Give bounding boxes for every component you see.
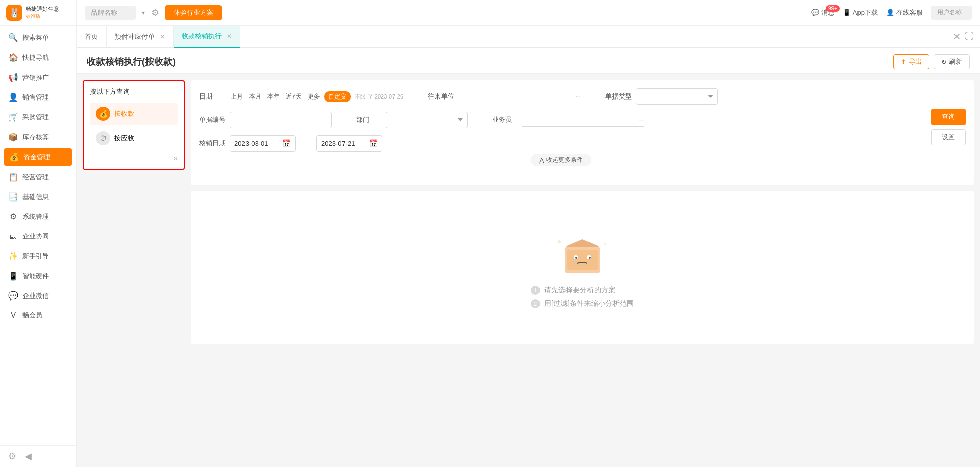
query-form-card: 日期 上月 本月 本年 近7天 更多 自定义 不限 至 2023-07-26: [191, 80, 974, 185]
search-icon: 🔍: [8, 33, 18, 42]
writeoff-date-start-wrap: 📅: [230, 135, 296, 152]
export-button[interactable]: ⬆ 导出: [893, 54, 929, 69]
sidebar-item-operation-label: 经营管理: [22, 173, 49, 182]
empty-tip-2-text: 用[过滤]条件来缩小分析范围: [544, 299, 634, 308]
empty-illustration: [552, 227, 613, 278]
query-button[interactable]: 查询: [931, 109, 966, 125]
date-separator: —: [303, 140, 309, 148]
writeoff-date-start-calendar-icon[interactable]: 📅: [282, 139, 291, 148]
collapse-conditions-button[interactable]: ⋀ 收起更多条件: [531, 154, 591, 166]
shortcut-last-month[interactable]: 上月: [229, 91, 245, 102]
salesman-input[interactable]: [522, 113, 639, 126]
logo-text: 畅捷通好生意: [26, 5, 59, 12]
tab-home[interactable]: 首页: [77, 26, 107, 48]
sidebar-item-member[interactable]: V 畅会员: [0, 306, 76, 325]
sales-icon: 👤: [8, 92, 18, 102]
tab-close-icon[interactable]: ✕: [953, 31, 961, 42]
sidebar-item-smart-hw[interactable]: 📱 智能硬件: [0, 266, 76, 286]
tab-receipt-offset[interactable]: 收款核销执行 ✕: [174, 26, 240, 48]
doc-type-label: 单据类型: [605, 92, 632, 101]
writeoff-date-start-input[interactable]: [234, 140, 280, 148]
form-row-3: 核销日期 📅 — 📅: [199, 135, 923, 152]
shortcut-custom[interactable]: 自定义: [324, 91, 351, 102]
salesman-field: 业务员 ···: [492, 113, 644, 127]
basic-info-icon: 📑: [8, 192, 18, 202]
refresh-button[interactable]: ↻ 刷新: [934, 54, 970, 69]
app-icon: 📱: [843, 9, 851, 16]
filter-option-by-receivable[interactable]: ⏱ 按应收: [90, 127, 178, 150]
partner-field: 往来单位 ···: [428, 90, 581, 103]
doc-no-input[interactable]: [230, 112, 332, 128]
settings-button[interactable]: 设置: [931, 129, 966, 145]
partner-label: 往来单位: [428, 92, 454, 101]
shortcut-this-year[interactable]: 本年: [265, 91, 282, 102]
purchase-icon: 🛒: [8, 112, 18, 122]
salesman-dots-icon[interactable]: ···: [639, 116, 644, 124]
doc-type-select[interactable]: [636, 88, 718, 105]
doc-no-label: 单据编号: [199, 115, 226, 125]
doc-type-field: 单据类型: [605, 88, 718, 105]
tab-prepay-offset[interactable]: 预付冲应付单 ✕: [107, 26, 174, 48]
empty-tips: 1 请先选择要分析的方案 2 用[过滤]条件来缩小分析范围: [531, 286, 634, 308]
partner-dots-icon[interactable]: ···: [575, 92, 581, 100]
sidebar-item-system[interactable]: ⚙ 系统管理: [0, 207, 76, 227]
solution-button[interactable]: 体验行业方案: [165, 5, 222, 20]
shortcut-more[interactable]: 更多: [306, 91, 322, 102]
tab-prepay-close[interactable]: ✕: [160, 33, 165, 40]
dept-select[interactable]: [386, 112, 468, 128]
sidebar-item-wx[interactable]: 💬 企业微信: [0, 286, 76, 306]
sidebar-item-inventory-label: 库存核算: [22, 133, 49, 142]
more-conditions-row: ⋀ 收起更多条件: [199, 154, 923, 166]
form-row-1: 日期 上月 本月 本年 近7天 更多 自定义 不限 至 2023-07-26: [199, 88, 923, 105]
date-shortcuts: 上月 本月 本年 近7天 更多 自定义 不限 至 2023-07-26: [229, 91, 403, 102]
partner-input[interactable]: [458, 90, 575, 103]
sidebar-item-search[interactable]: 🔍 搜索菜单: [0, 28, 76, 47]
sidebar-item-inventory[interactable]: 📦 库存核算: [0, 127, 76, 147]
salesman-label: 业务员: [492, 115, 518, 125]
logo-sub: 标准版: [26, 13, 59, 20]
cooperation-icon: 🗂: [8, 232, 18, 241]
writeoff-date-end-calendar-icon[interactable]: 📅: [369, 139, 378, 148]
filter-collapse-btn[interactable]: »: [90, 154, 178, 163]
writeoff-date-end-input[interactable]: [321, 140, 367, 148]
tab-receipt-close[interactable]: ✕: [227, 33, 232, 40]
date-field: 日期 上月 本月 本年 近7天 更多 自定义 不限 至 2023-07-26: [199, 91, 403, 102]
filter-option-by-receipt[interactable]: 💰 按收款: [90, 103, 178, 125]
brand-selector[interactable]: 品牌名称: [85, 6, 136, 20]
tab-expand-icon[interactable]: ⛶: [965, 31, 974, 42]
svg-rect-1: [567, 250, 598, 270]
settings-bottom-icon[interactable]: ⚙: [8, 451, 16, 462]
app-download-button[interactable]: 📱 App下载: [843, 8, 878, 17]
filter-panel: 按以下方查询 💰 按收款 ⏱ 按应收 »: [83, 80, 185, 170]
by-receivable-icon: ⏱: [96, 131, 110, 145]
results-area: 1 请先选择要分析的方案 2 用[过滤]条件来缩小分析范围: [191, 191, 974, 344]
refresh-icon: ↻: [941, 58, 947, 66]
sidebar: 🐰 畅捷通好生意 标准版 🔍 搜索菜单 🏠 快捷导航 📢 营销推广 👤 销售管理…: [0, 0, 77, 467]
export-label: 导出: [909, 57, 922, 66]
message-button[interactable]: 💬 消息 99+: [811, 8, 835, 17]
sidebar-item-operation[interactable]: 📋 经营管理: [0, 167, 76, 187]
sidebar-item-guide[interactable]: ✨ 新手引导: [0, 246, 76, 266]
finance-icon: 💰: [9, 152, 19, 162]
online-service-button[interactable]: 👤 在线客服: [886, 8, 923, 17]
settings-gear-icon[interactable]: ⚙: [151, 7, 159, 18]
collapse-sidebar-icon[interactable]: ◀: [24, 451, 32, 462]
sidebar-item-basic-info[interactable]: 📑 基础信息: [0, 187, 76, 207]
sidebar-item-cooperation[interactable]: 🗂 企业协同: [0, 227, 76, 246]
shortcut-this-month[interactable]: 本月: [247, 91, 263, 102]
sidebar-item-quick-nav[interactable]: 🏠 快捷导航: [0, 47, 76, 67]
page-area: 收款核销执行(按收款) ⬆ 导出 ↻ 刷新 按以下方查询 💰 按收款: [77, 48, 980, 467]
brand-dropdown-arrow[interactable]: ▾: [142, 9, 145, 16]
sidebar-item-marketing[interactable]: 📢 营销推广: [0, 67, 76, 87]
user-selector[interactable]: 用户名称: [931, 6, 972, 20]
shortcut-7days[interactable]: 近7天: [284, 91, 304, 102]
sidebar-item-purchase[interactable]: 🛒 采购管理: [0, 107, 76, 127]
sidebar-item-smart-hw-label: 智能硬件: [22, 272, 49, 281]
sidebar-item-search-label: 搜索菜单: [22, 33, 49, 42]
empty-tip-1: 1 请先选择要分析的方案: [531, 286, 634, 295]
sidebar-item-wx-label: 企业微信: [22, 291, 49, 301]
sidebar-item-finance[interactable]: 💰 资金管理: [4, 148, 72, 166]
sidebar-item-sales[interactable]: 👤 销售管理: [0, 87, 76, 107]
sidebar-item-sales-label: 销售管理: [22, 93, 49, 102]
filter-panel-title: 按以下方查询: [90, 87, 178, 96]
